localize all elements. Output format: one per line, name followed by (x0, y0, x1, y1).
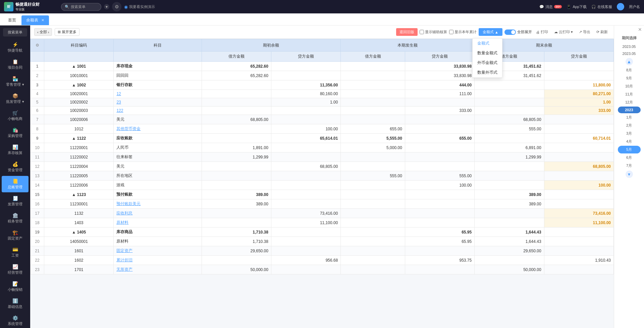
table-cell: 1,299.99 (475, 152, 544, 162)
table-cell (544, 227, 613, 237)
period-4[interactable]: 4月 (618, 138, 641, 145)
close-panel-btn[interactable]: ✕ (637, 27, 643, 32)
sidebar-item-wholesale[interactable]: 📦 批发管理 ▾ (2, 90, 29, 107)
account-name: 美元 (114, 115, 202, 124)
cloud-print-btn[interactable]: ☁ 云打印 ▾ (552, 28, 575, 36)
table-wrapper[interactable]: ⚙ 科目编码 科目 期初余额 本期发生额 期末余额 借方金额 贷方金额 (30, 39, 614, 328)
account-link[interactable]: 23 (116, 100, 121, 105)
account-link[interactable]: 累计折旧 (116, 258, 132, 262)
period-12[interactable]: 12月 (618, 99, 641, 106)
period-7[interactable]: 7月 (618, 162, 641, 170)
period-1[interactable]: 1月 (618, 114, 641, 121)
table-cell (202, 218, 271, 227)
period-up-btn[interactable]: ▲ (626, 58, 633, 65)
sidebar-item-tax[interactable]: 🏛️ 税务管理 (2, 210, 29, 226)
sidebar-search[interactable]: 搜索菜单 (3, 28, 27, 37)
demo-link[interactable]: ◉ 我要看实例演示 (124, 4, 155, 9)
period-2[interactable]: 2月 (618, 122, 641, 129)
sidebar-item-expense[interactable]: 📝 小畅报销 (2, 278, 29, 295)
sidebar-item-inventory[interactable]: 📊 库存核算 (2, 142, 29, 158)
sidebar-item-system[interactable]: ⚙️ 系统管理 (2, 313, 29, 328)
sidebar-item-assets[interactable]: 🏗️ 固定资产 (2, 227, 29, 244)
period-5[interactable]: 5月 (618, 146, 641, 153)
sidebar-item-retail[interactable]: 🏪 零售管理 ▾ (2, 73, 29, 90)
mode-jine[interactable]: 金额式 (473, 39, 502, 48)
sidebar-item-operations[interactable]: 📈 经营管理 (2, 261, 29, 278)
show-aux-label[interactable]: 显示辅助核算 (420, 29, 447, 35)
amount-mode-btn[interactable]: 金额式 ▲ (479, 28, 502, 36)
export-btn[interactable]: ↗ 导出 (577, 28, 592, 36)
dropdown-arrow[interactable]: ▼ (104, 4, 109, 9)
table-cell (475, 181, 544, 190)
period-6[interactable]: 6月 (618, 154, 641, 161)
period-8[interactable]: 8月 (618, 66, 641, 74)
sidebar-item-purchase[interactable]: 🛍️ 采购管理 (2, 125, 29, 141)
mode-qty-foreign[interactable]: 数量外币式 (473, 68, 502, 77)
period-2023-05-2[interactable]: 2023.05 (618, 50, 641, 57)
tab-balance[interactable]: 余额表 ✕ (21, 15, 49, 25)
avatar[interactable] (617, 3, 624, 10)
row-index: 9 (31, 134, 44, 143)
period-10[interactable]: 10月 (618, 82, 641, 90)
account-link[interactable]: 无形资产 (116, 267, 132, 272)
account-link[interactable]: 原材料 (116, 220, 128, 225)
settings-icon[interactable]: ⚙ (112, 2, 121, 11)
mode-qty-jine[interactable]: 数量金额式 (473, 48, 502, 58)
period-11[interactable]: 11月 (618, 90, 641, 98)
sidebar-item-ecommerce[interactable]: 🛒 小畅电商 (2, 108, 29, 124)
row-index: 7 (31, 115, 44, 124)
sidebar-item-finance[interactable]: 💰 资金管理 (2, 159, 29, 175)
app-title: 畅捷通好业财 (15, 2, 40, 7)
print-btn[interactable]: 🖨 打印 (534, 28, 550, 36)
table-cell (202, 134, 271, 143)
invoice-icon: 🧾 (3, 196, 27, 201)
table-cell (271, 246, 340, 256)
account-link[interactable]: 122 (116, 108, 123, 113)
tab-close-icon[interactable]: ✕ (41, 18, 44, 22)
sidebar-item-quicknav[interactable]: ⚡ 快捷导航 (2, 39, 29, 56)
toggle-track[interactable] (504, 29, 516, 35)
show-ytd-label[interactable]: 显示本年累计 (449, 29, 477, 35)
online-service-btn[interactable]: 🎧 在线客服 (591, 4, 612, 9)
retail-label: 零售管理 (6, 82, 21, 86)
table-cell: 65.95 (405, 227, 474, 237)
account-name: 库存商品 (114, 227, 202, 237)
show-aux-checkbox[interactable] (420, 30, 424, 34)
period-2023-05-1[interactable]: 2023.05 (618, 43, 641, 50)
period-3[interactable]: 3月 (618, 130, 641, 137)
account-code: ▲ 1122 (44, 134, 114, 143)
period-9[interactable]: 9月 (618, 74, 641, 82)
account-link[interactable]: 预付账款美元 (116, 201, 141, 206)
global-search[interactable]: 🔍 搜索菜单 (61, 3, 101, 11)
breadcrumb-btn[interactable]: ‹ 全部 › (34, 28, 52, 36)
export-label: 导出 (583, 29, 590, 35)
account-link[interactable]: 其他货币资金 (116, 126, 141, 131)
table-cell: 80,271.00 (544, 90, 613, 98)
sidebar-item-contract[interactable]: 📋 项目合同 (2, 56, 29, 73)
message-btn[interactable]: 💬 消息 99+ (539, 4, 562, 9)
table-settings-icon[interactable]: ⚙ (33, 41, 41, 49)
th-settings[interactable]: ⚙ (31, 39, 44, 52)
back-old-btn[interactable]: 退回旧版 (396, 28, 418, 36)
refresh-btn[interactable]: ⟳ 刷新 (594, 28, 610, 36)
app-icon: 📱 (567, 5, 571, 9)
show-ytd-checkbox[interactable] (449, 30, 453, 34)
account-code: 11220004 (44, 162, 114, 171)
account-link[interactable]: 应收利息 (116, 211, 132, 215)
period-down-btn[interactable]: ▾ (626, 171, 633, 178)
app-download-btn[interactable]: 📱 App下载 (567, 4, 587, 9)
account-link[interactable]: 固定资产 (116, 248, 132, 253)
sidebar-item-payroll[interactable]: 💳 工资 (2, 244, 29, 261)
mode-foreign-jine[interactable]: 外币金额式 (473, 58, 502, 68)
expand-more-btn[interactable]: ⊞ 展开更多 (55, 28, 79, 36)
period-year-2023[interactable]: 2023 (618, 107, 641, 113)
tab-home[interactable]: 首页 (3, 15, 21, 25)
sidebar-item-ledger[interactable]: 📒 总账管理 (2, 176, 29, 192)
account-link[interactable]: 12 (116, 91, 121, 96)
sidebar-item-basic[interactable]: ℹ️ 基础信息 (2, 296, 29, 312)
cloud-print-label: 云打印 (559, 29, 570, 35)
sidebar-item-invoice[interactable]: 🧾 发票管理 (2, 193, 29, 209)
app-subtitle: 专业版 (15, 7, 40, 12)
expand-all-toggle[interactable]: 全部展开 (504, 29, 532, 35)
table-cell: 11,356.00 (271, 80, 340, 90)
